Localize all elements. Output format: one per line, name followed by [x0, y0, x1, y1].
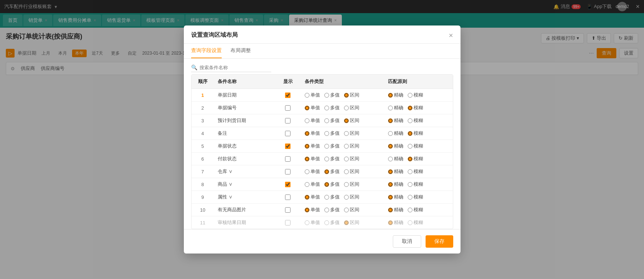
type-radio-区间[interactable] [344, 182, 349, 187]
dialog-header: 设置查询区域布局 × [184, 25, 461, 44]
cell-show [274, 114, 301, 127]
cell-order: 2 [191, 102, 214, 114]
match-radio-模糊[interactable] [408, 131, 412, 136]
show-checkbox[interactable] [285, 105, 291, 111]
type-radio-单值[interactable] [305, 118, 309, 123]
type-radio-区间[interactable] [344, 106, 349, 110]
type-radio-多值[interactable] [324, 106, 329, 110]
type-radio-单值[interactable] [305, 195, 309, 200]
table-row: 8商品 ∨单值多值区间精确模糊 [191, 178, 453, 191]
show-checkbox[interactable] [285, 169, 291, 174]
dialog-close-btn[interactable]: × [449, 32, 453, 39]
search-input[interactable] [199, 65, 265, 70]
match-radio-模糊[interactable] [408, 195, 412, 200]
match-radio-模糊[interactable] [408, 118, 412, 123]
match-radio-模糊[interactable] [408, 106, 412, 110]
type-radio-多值[interactable] [324, 157, 329, 161]
type-radio-区间[interactable] [344, 169, 349, 174]
show-checkbox[interactable] [285, 118, 291, 123]
show-checkbox[interactable] [285, 131, 291, 136]
table-row: 1单据日期单值多值区间精确模糊 [191, 89, 453, 102]
type-radio-多值[interactable] [324, 144, 329, 149]
type-radio-单值[interactable] [305, 169, 309, 174]
cell-show [274, 153, 301, 165]
match-radio-精确[interactable] [388, 131, 393, 136]
type-radio-区间[interactable] [344, 195, 349, 200]
cell-show [274, 127, 301, 140]
match-radio-精确[interactable] [388, 220, 393, 225]
cell-match: 精确模糊 [384, 216, 453, 229]
show-checkbox[interactable] [285, 207, 291, 213]
cell-type: 单值多值区间 [301, 216, 384, 229]
cell-match: 精确模糊 [384, 140, 453, 153]
type-radio-区间[interactable] [344, 118, 349, 123]
type-radio-多值[interactable] [324, 182, 329, 187]
match-radio-精确[interactable] [388, 182, 393, 187]
cell-type: 单值多值区间 [301, 178, 384, 191]
type-radio-多值[interactable] [324, 118, 329, 123]
type-radio-区间[interactable] [344, 220, 349, 225]
match-radio-精确[interactable] [388, 93, 393, 98]
match-radio-模糊[interactable] [408, 93, 412, 98]
show-checkbox[interactable] [285, 156, 291, 162]
match-radio-精确[interactable] [388, 144, 393, 149]
dialog-tab-layout[interactable]: 布局调整 [230, 47, 251, 58]
match-radio-精确[interactable] [388, 106, 393, 110]
type-radio-多值[interactable] [324, 93, 329, 98]
type-radio-单值[interactable] [305, 182, 309, 187]
type-radio-区间[interactable] [344, 131, 349, 136]
save-btn[interactable]: 保存 [426, 235, 453, 248]
cell-order: 5 [191, 140, 214, 153]
cancel-btn[interactable]: 取消 [393, 235, 421, 248]
show-checkbox[interactable] [285, 182, 291, 187]
dialog-tab-query-fields[interactable]: 查询字段设置 [191, 47, 222, 58]
type-radio-区间[interactable] [344, 144, 349, 149]
match-radio-精确[interactable] [388, 195, 393, 200]
match-radio-模糊[interactable] [408, 208, 412, 212]
match-radio-精确[interactable] [388, 208, 393, 212]
show-checkbox[interactable] [285, 93, 291, 98]
show-checkbox[interactable] [285, 220, 291, 225]
col-header-name: 条件名称 [214, 75, 274, 89]
show-checkbox[interactable] [285, 144, 291, 149]
show-checkbox[interactable] [285, 194, 291, 200]
type-radio-多值[interactable] [324, 220, 329, 225]
type-radio-单值[interactable] [305, 220, 309, 225]
dialog-footer: 取消 保存 [184, 229, 461, 254]
table-row: 6付款状态单值多值区间精确模糊 [191, 153, 453, 165]
type-radio-单值[interactable] [305, 144, 309, 149]
match-radio-精确[interactable] [388, 169, 393, 174]
col-header-show: 显示 [274, 75, 301, 89]
type-radio-区间[interactable] [344, 157, 349, 161]
cell-order: 10 [191, 204, 214, 216]
type-radio-多值[interactable] [324, 208, 329, 212]
dialog-title: 设置查询区域布局 [191, 31, 238, 39]
cell-type: 单值多值区间 [301, 165, 384, 178]
cell-condition-name: 有无商品图片 [214, 204, 274, 216]
type-radio-区间[interactable] [344, 93, 349, 98]
match-radio-模糊[interactable] [408, 220, 412, 225]
cell-condition-name: 属性 ∨ [214, 191, 274, 204]
cell-order: 4 [191, 127, 214, 140]
type-radio-区间[interactable] [344, 208, 349, 212]
type-radio-单值[interactable] [305, 131, 309, 136]
table-row: 9属性 ∨单值多值区间精确模糊 [191, 191, 453, 204]
match-radio-模糊[interactable] [408, 182, 412, 187]
type-radio-单值[interactable] [305, 208, 309, 212]
cell-condition-name: 单据编号 [214, 102, 274, 114]
type-radio-多值[interactable] [324, 131, 329, 136]
type-radio-多值[interactable] [324, 195, 329, 200]
match-radio-精确[interactable] [388, 118, 393, 123]
cell-match: 精确模糊 [384, 89, 453, 102]
type-radio-单值[interactable] [305, 106, 309, 110]
type-radio-单值[interactable] [305, 157, 309, 161]
type-radio-单值[interactable] [305, 93, 309, 98]
cell-type: 单值多值区间 [301, 89, 384, 102]
cell-show [274, 165, 301, 178]
match-radio-模糊[interactable] [408, 144, 412, 149]
match-radio-模糊[interactable] [408, 157, 412, 161]
match-radio-模糊[interactable] [408, 169, 412, 174]
match-radio-精确[interactable] [388, 157, 393, 161]
type-radio-多值[interactable] [324, 169, 329, 174]
cell-condition-name: 备注 [214, 127, 274, 140]
